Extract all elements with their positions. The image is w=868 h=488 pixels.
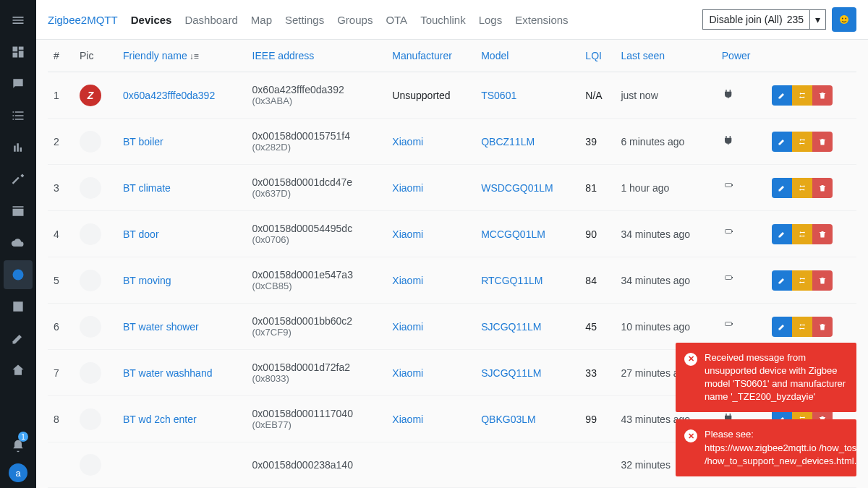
reconfigure-button[interactable]: [792, 85, 812, 106]
col-ieee[interactable]: IEEE address: [247, 40, 387, 72]
friendly-name-link[interactable]: BT water shower: [123, 321, 199, 333]
ieee-address: 0x00158d0001d72fa2: [252, 361, 381, 373]
toast-message: Received message from unsupported device…: [705, 351, 848, 404]
sidebar-chat-icon[interactable]: [4, 69, 33, 98]
lqi-value: 90: [579, 211, 615, 257]
svg-rect-8: [725, 275, 731, 279]
sidebar-notifications-icon[interactable]: 1: [4, 432, 33, 461]
friendly-name-link[interactable]: BT climate: [123, 182, 171, 194]
nav-ota[interactable]: OTA: [386, 14, 407, 26]
row-number: 4: [48, 211, 74, 257]
col-lqi[interactable]: LQI: [579, 40, 615, 72]
ieee-short: (0x8033): [252, 373, 381, 384]
nav-extensions[interactable]: Extensions: [515, 14, 568, 26]
brand-link[interactable]: Zigbee2MQTT: [48, 14, 118, 26]
power-icon: [716, 165, 766, 211]
manufacturer-link[interactable]: Xiaomi: [392, 414, 423, 425]
manufacturer-link[interactable]: Xiaomi: [392, 367, 423, 379]
nav-dashboard[interactable]: Dashboard: [184, 14, 237, 26]
delete-button[interactable]: [812, 132, 833, 152]
friendly-name-link[interactable]: BT door: [123, 228, 159, 240]
lqi-value: 81: [579, 165, 615, 211]
model-link[interactable]: QBKG03LM: [481, 414, 535, 425]
sidebar-hacs-icon[interactable]: [4, 197, 33, 226]
toast-close-icon[interactable]: ✕: [684, 429, 697, 442]
lqi-value: 33: [579, 350, 615, 396]
ieee-address: 0x00158d0001117040: [252, 408, 381, 419]
row-number: 2: [48, 119, 74, 165]
reconfigure-button[interactable]: [792, 132, 812, 152]
chevron-down-icon[interactable]: ▾: [809, 10, 825, 29]
model-link[interactable]: SJCGQ11LM: [481, 367, 541, 379]
model-link[interactable]: TS0601: [481, 90, 516, 101]
delete-button[interactable]: [812, 317, 833, 337]
power-icon: [716, 119, 766, 165]
manufacturer-link[interactable]: Xiaomi: [392, 182, 423, 194]
friendly-name-link[interactable]: BT boiler: [123, 136, 163, 147]
sidebar-wrench-icon[interactable]: [4, 165, 33, 194]
friendly-name-link[interactable]: BT wd 2ch enter: [123, 414, 197, 425]
col-last-seen[interactable]: Last seen: [615, 40, 715, 72]
rename-button[interactable]: [772, 224, 792, 244]
sidebar-menu-icon[interactable]: [4, 6, 33, 35]
nav-touchlink[interactable]: Touchlink: [420, 14, 466, 26]
rename-button[interactable]: [772, 270, 792, 291]
device-pic: [74, 165, 117, 211]
manufacturer-link[interactable]: Xiaomi: [392, 321, 423, 333]
model-link[interactable]: MCCGQ01LM: [481, 228, 545, 240]
reconfigure-button[interactable]: [792, 317, 812, 337]
table-row: 1 Z 0x60a423fffe0da392 0x60a423fffe0da39…: [48, 72, 856, 119]
sidebar-zigbee-icon[interactable]: [4, 260, 33, 289]
rename-button[interactable]: [772, 85, 792, 106]
sidebar-list-icon[interactable]: [4, 101, 33, 130]
col-power[interactable]: Power: [716, 40, 766, 72]
permit-join-select[interactable]: Disable join (All) 235 ▾: [702, 9, 826, 30]
rename-button[interactable]: [772, 132, 792, 152]
reconfigure-button[interactable]: [792, 224, 812, 244]
manufacturer-link[interactable]: Xiaomi: [392, 136, 423, 147]
rename-button[interactable]: [772, 317, 792, 337]
sidebar-pencil-icon[interactable]: [4, 324, 33, 353]
svg-point-1: [840, 15, 848, 24]
nav-map[interactable]: Map: [251, 14, 272, 26]
model-link[interactable]: RTCGQ11LM: [481, 275, 542, 286]
nav-settings[interactable]: Settings: [285, 14, 324, 26]
svg-point-3: [845, 18, 846, 20]
delete-button[interactable]: [812, 224, 833, 244]
ieee-address: 0x00158d0001e547a3: [252, 269, 381, 281]
sidebar-dashboard-icon[interactable]: [4, 38, 33, 67]
col-friendly[interactable]: Friendly name↓≡: [117, 40, 247, 72]
power-icon: [716, 257, 766, 304]
friendly-name-link[interactable]: BT water washhand: [123, 367, 212, 379]
delete-button[interactable]: [812, 85, 833, 106]
power-icon: [716, 211, 766, 257]
col-model[interactable]: Model: [475, 40, 579, 72]
delete-button[interactable]: [812, 270, 833, 291]
delete-button[interactable]: [812, 178, 833, 198]
manufacturer-link[interactable]: Xiaomi: [392, 275, 423, 286]
status-face-button[interactable]: [832, 7, 856, 32]
sidebar-chart-icon[interactable]: [4, 133, 33, 162]
nav-logs[interactable]: Logs: [479, 14, 503, 26]
manufacturer-link[interactable]: Xiaomi: [392, 228, 423, 240]
toast-close-icon[interactable]: ✕: [684, 353, 697, 366]
model-link[interactable]: SJCGQ11LM: [481, 321, 541, 333]
col-manufacturer[interactable]: Manufacturer: [386, 40, 475, 72]
friendly-name-link[interactable]: BT moving: [123, 275, 171, 286]
user-avatar[interactable]: a: [9, 463, 27, 482]
sidebar-cloud-icon[interactable]: [4, 228, 33, 257]
rename-button[interactable]: [772, 178, 792, 198]
reconfigure-button[interactable]: [792, 270, 812, 291]
last-seen: just now: [615, 72, 715, 119]
nav-groups[interactable]: Groups: [337, 14, 373, 26]
svg-rect-6: [725, 229, 731, 233]
model-link[interactable]: WSDCGQ01LM: [481, 182, 553, 194]
svg-rect-7: [732, 231, 733, 232]
sidebar-home-icon[interactable]: [4, 356, 33, 385]
friendly-name-link[interactable]: 0x60a423fffe0da392: [123, 90, 215, 101]
model-link[interactable]: QBCZ11LM: [481, 136, 535, 147]
nav-devices[interactable]: Devices: [131, 14, 172, 26]
table-row: 4 BT door 0x00158d00054495dc(0x0706) Xia…: [48, 211, 856, 257]
sidebar-media-icon[interactable]: [4, 292, 33, 321]
reconfigure-button[interactable]: [792, 178, 812, 198]
